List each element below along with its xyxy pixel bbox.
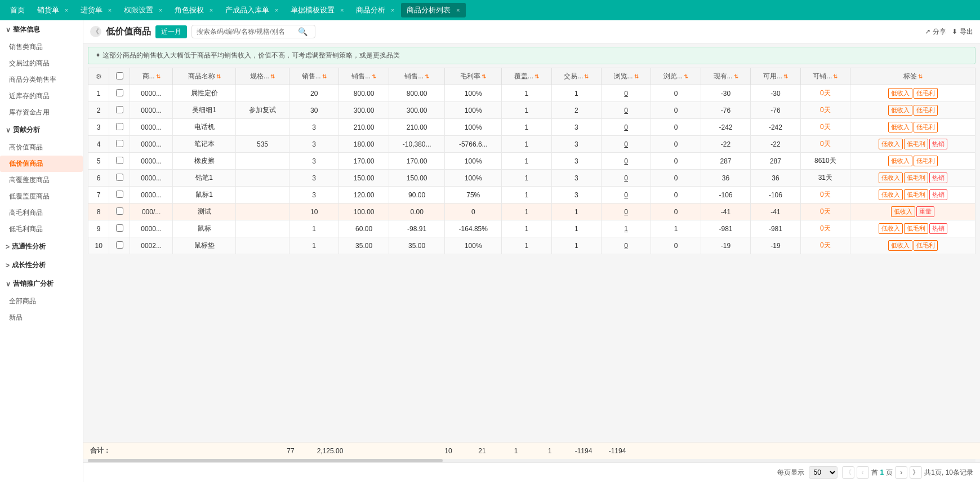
nav-item-sales[interactable]: 销货单 ×	[32, 3, 74, 17]
row-select[interactable]	[116, 241, 123, 249]
close-icon[interactable]: ×	[340, 7, 344, 14]
row-views1[interactable]: 0	[601, 85, 651, 102]
next-page-button[interactable]: ›	[895, 466, 907, 479]
sidebar-section-general[interactable]: ∨ 整体信息	[0, 20, 83, 39]
col-sellable[interactable]: 可销...⇅	[800, 68, 850, 85]
close-icon[interactable]: ×	[391, 7, 394, 14]
row-views1[interactable]: 0	[601, 237, 651, 254]
export-button[interactable]: ⬇ 导出	[952, 27, 973, 37]
per-page-select[interactable]: 50 100 200	[809, 466, 838, 479]
sidebar-item-all-goods[interactable]: 全部商品	[0, 293, 83, 309]
views-link[interactable]: 0	[624, 140, 628, 148]
sidebar-section-growth[interactable]: > 成长性分析	[0, 256, 83, 275]
nav-item-analysis-list[interactable]: 商品分析列表 ×	[401, 3, 465, 17]
row-select[interactable]	[116, 224, 123, 232]
table-area[interactable]: ⚙ 商...⇅ 商品名称⇅ 规格...⇅ 销售...⇅ 销售...⇅ 销售...…	[83, 68, 980, 442]
row-checkbox[interactable]	[109, 204, 130, 220]
row-checkbox[interactable]	[109, 220, 130, 237]
search-icon[interactable]: 🔍	[298, 27, 308, 36]
select-all-checkbox[interactable]	[116, 72, 123, 79]
col-sales-avg[interactable]: 销售...⇅	[389, 68, 445, 85]
row-checkbox[interactable]	[109, 102, 130, 119]
collapse-sidebar-button[interactable]: 《	[90, 26, 101, 37]
views-link[interactable]: 0	[624, 90, 628, 98]
views-link[interactable]: 0	[624, 242, 628, 250]
col-checkbox[interactable]	[109, 68, 130, 85]
col-name[interactable]: 商品名称⇅	[173, 68, 236, 85]
row-select[interactable]	[116, 123, 123, 130]
row-views1[interactable]: 0	[601, 136, 651, 153]
col-gross-rate[interactable]: 毛利率⇅	[445, 68, 502, 85]
sidebar-item-low-margin[interactable]: 低毛利商品	[0, 221, 83, 237]
row-select[interactable]	[116, 207, 123, 215]
views-link[interactable]: 0	[624, 208, 628, 216]
row-checkbox[interactable]	[109, 153, 130, 170]
nav-item-templates[interactable]: 单据模板设置 ×	[285, 3, 349, 17]
sidebar-item-category-sales[interactable]: 商品分类销售率	[0, 72, 83, 88]
col-views1[interactable]: 浏览...⇅	[601, 68, 651, 85]
close-icon[interactable]: ×	[108, 7, 112, 14]
nav-item-analysis[interactable]: 商品分析 ×	[350, 3, 400, 17]
nav-item-products[interactable]: 产成品入库单 ×	[220, 3, 284, 17]
col-sales-amount[interactable]: 销售...⇅	[339, 68, 389, 85]
nav-item-purchase[interactable]: 进货单 ×	[75, 3, 117, 17]
row-views1[interactable]: 1	[601, 220, 651, 237]
row-checkbox[interactable]	[109, 136, 130, 153]
nav-item-home[interactable]: 首页	[5, 3, 30, 17]
row-select[interactable]	[116, 140, 123, 147]
row-views1[interactable]: 0	[601, 204, 651, 220]
row-select[interactable]	[116, 106, 123, 113]
col-code[interactable]: 商...⇅	[130, 68, 172, 85]
sidebar-item-sales-goods[interactable]: 销售类商品	[0, 39, 83, 55]
col-settings[interactable]: ⚙	[88, 68, 109, 85]
close-icon[interactable]: ×	[65, 7, 68, 14]
views-link[interactable]: 0	[624, 107, 628, 114]
col-views2[interactable]: 浏览...⇅	[651, 68, 701, 85]
row-checkbox[interactable]	[109, 237, 130, 254]
row-checkbox[interactable]	[109, 85, 130, 102]
row-select[interactable]	[116, 174, 123, 181]
col-coverage[interactable]: 覆盖...⇅	[502, 68, 551, 85]
sidebar-item-capital[interactable]: 库存资金占用	[0, 104, 83, 121]
views-link[interactable]: 0	[624, 191, 628, 199]
sidebar-item-high-margin[interactable]: 高毛利商品	[0, 205, 83, 221]
close-icon[interactable]: ×	[456, 7, 460, 14]
nav-item-permissions[interactable]: 权限设置 ×	[118, 3, 168, 17]
col-sales-qty[interactable]: 销售...⇅	[289, 68, 339, 85]
sidebar-item-high-value[interactable]: 高价值商品	[0, 139, 83, 156]
row-checkbox[interactable]	[109, 119, 130, 136]
views-link[interactable]: 0	[624, 157, 628, 165]
share-button[interactable]: ↗ 分享	[925, 27, 946, 37]
sidebar-item-near-inventory[interactable]: 近库存的商品	[0, 88, 83, 104]
sidebar-section-marketing[interactable]: ∨ 营销推广分析	[0, 275, 83, 293]
close-icon[interactable]: ×	[275, 7, 278, 14]
col-tag[interactable]: 标签⇅	[850, 68, 975, 85]
sidebar-item-traded[interactable]: 交易过的商品	[0, 55, 83, 72]
col-trades[interactable]: 交易...⇅	[551, 68, 601, 85]
sidebar-item-low-coverage[interactable]: 低覆盖度商品	[0, 188, 83, 205]
views-link[interactable]: 0	[624, 174, 628, 182]
nav-item-roles[interactable]: 角色授权 ×	[169, 3, 219, 17]
first-page-button[interactable]: 《	[842, 466, 854, 479]
row-views1[interactable]: 0	[601, 102, 651, 119]
sidebar-section-contribution[interactable]: ∨ 贡献分析	[0, 121, 83, 139]
sidebar-item-low-value[interactable]: 低价值商品	[0, 156, 83, 172]
row-views1[interactable]: 0	[601, 153, 651, 170]
row-select[interactable]	[116, 191, 123, 198]
col-current[interactable]: 现有...⇅	[701, 68, 750, 85]
row-select[interactable]	[116, 157, 123, 164]
prev-page-button[interactable]: ‹	[857, 466, 869, 479]
col-available[interactable]: 可用...⇅	[751, 68, 800, 85]
row-views1[interactable]: 0	[601, 170, 651, 187]
row-checkbox[interactable]	[109, 187, 130, 204]
close-icon[interactable]: ×	[159, 7, 162, 14]
period-button[interactable]: 近一月	[155, 25, 187, 38]
row-views1[interactable]: 0	[601, 119, 651, 136]
col-spec[interactable]: 规格...⇅	[235, 68, 289, 85]
close-icon[interactable]: ×	[210, 7, 213, 14]
views-link[interactable]: 0	[624, 123, 628, 131]
row-views1[interactable]: 0	[601, 187, 651, 204]
search-input[interactable]	[197, 28, 298, 36]
sidebar-item-high-coverage[interactable]: 高覆盖度商品	[0, 172, 83, 188]
row-select[interactable]	[116, 89, 123, 96]
